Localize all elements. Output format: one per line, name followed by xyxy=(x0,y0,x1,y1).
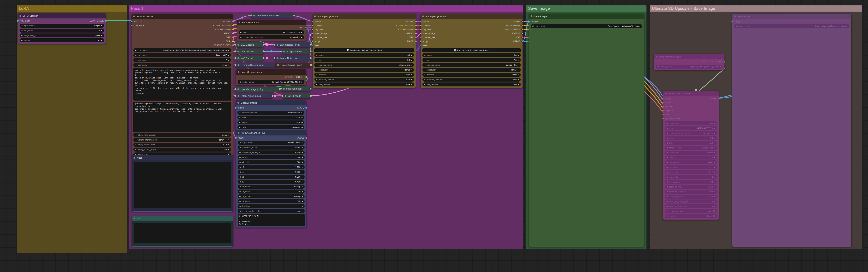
node-title-bar[interactable]: Efficient Loader xyxy=(131,14,233,19)
collapse-toggle-icon[interactable] xyxy=(238,95,239,97)
collapse-toggle-icon[interactable] xyxy=(423,15,424,18)
widget-seam_fix_mask_blur[interactable]: ◀seam_fix_mask_blur8▶ xyxy=(665,200,717,203)
increment-arrow-icon[interactable]: ▶ xyxy=(714,127,715,129)
input-slot-dot[interactable] xyxy=(731,21,733,22)
increment-arrow-icon[interactable]: ▶ xyxy=(302,171,303,173)
node-title-bar[interactable]: Save Image xyxy=(732,13,851,19)
collapsed-input-slot[interactable] xyxy=(235,95,236,97)
widget-seed[interactable]: ◀seed84229053589779▶ xyxy=(665,126,717,130)
node-title-bar[interactable]: FreeU (Advanced Plus) xyxy=(236,130,306,135)
widget-seam_fix_padding[interactable]: ◀seam_fix_padding16▶ xyxy=(665,204,717,208)
increment-arrow-icon[interactable]: ▶ xyxy=(714,191,715,193)
collapse-toggle-icon[interactable] xyxy=(283,50,285,53)
input-slot-dot[interactable] xyxy=(312,33,313,34)
input-slot-dot[interactable] xyxy=(420,37,422,38)
increment-arrow-icon[interactable]: ▶ xyxy=(518,79,519,80)
increment-arrow-icon[interactable]: ▶ xyxy=(714,186,715,188)
input-slot-dot[interactable] xyxy=(662,110,664,111)
widget-cfg[interactable]: ◀cfg7.0▶ xyxy=(423,58,521,62)
node-title-bar[interactable]: Load Upscale Model xyxy=(236,69,306,75)
node-vae-decode[interactable]: VAE Decode xyxy=(235,49,264,54)
decrement-arrow-icon[interactable]: ◀ xyxy=(239,205,241,207)
node-lora-stacker[interactable]: LoRA Stackerlora_stackLORA_STACK◀input_m… xyxy=(18,13,106,44)
widget-multiscale_strength[interactable]: ◀multiscale_strength0.500▶ xyxy=(238,150,305,155)
node-latent-noise-inject-1[interactable]: Latent Noise Injecti xyxy=(275,42,311,47)
input-slot-model[interactable]: model xyxy=(420,20,429,23)
widget-control_after_generate[interactable]: ◀control_after_generaterandomize▶ xyxy=(239,35,304,39)
widget-tile_padding[interactable]: ◀tile_padding32▶ xyxy=(665,180,717,184)
output-slot-UPSCALE_MODEL[interactable]: UPSCALE_MODEL xyxy=(703,60,725,63)
output-slot-CONDITIONING-[interactable]: CONDITIONING- xyxy=(503,28,523,31)
node-title-bar[interactable]: LoRA Stacker xyxy=(18,13,106,19)
decrement-arrow-icon[interactable]: ◀ xyxy=(239,122,240,123)
increment-arrow-icon[interactable]: ▶ xyxy=(411,54,412,56)
output-slot-dot[interactable] xyxy=(415,25,416,26)
input-slot-latent_image[interactable]: latent_image xyxy=(420,32,435,35)
increment-arrow-icon[interactable]: ▶ xyxy=(518,69,519,71)
collapse-toggle-icon[interactable] xyxy=(283,88,285,90)
collapse-toggle-icon[interactable] xyxy=(238,132,240,134)
collapse-toggle-icon[interactable] xyxy=(238,44,239,46)
collapsed-input-slot[interactable] xyxy=(235,50,236,52)
output-slot-dot[interactable] xyxy=(522,37,523,38)
textarea-widget[interactable] xyxy=(133,162,231,208)
node-title-bar[interactable]: KSampler (Efficient) xyxy=(421,14,523,19)
decrement-arrow-icon[interactable]: ◀ xyxy=(240,31,242,33)
decrement-arrow-icon[interactable]: ◀ xyxy=(666,201,668,202)
node-vae-encode-2[interactable]: VAE Encode xyxy=(235,56,264,61)
collapsed-output-slot[interactable] xyxy=(263,57,265,59)
collapse-toggle-icon[interactable] xyxy=(238,57,239,59)
output-slot-DEPENDENCIES[interactable]: DEPENDENCIES xyxy=(213,44,234,47)
increment-arrow-icon[interactable]: ▶ xyxy=(518,59,519,61)
collapse-toggle-icon[interactable] xyxy=(133,15,135,18)
decrement-arrow-icon[interactable]: ◀ xyxy=(316,79,317,80)
collapse-toggle-icon[interactable] xyxy=(314,15,316,18)
decrement-arrow-icon[interactable]: ◀ xyxy=(239,166,241,168)
decrement-arrow-icon[interactable]: ◀ xyxy=(239,127,240,128)
widget-sampler_name[interactable]: ◀sampler_namedpmpp_2m▶ xyxy=(665,146,717,150)
increment-arrow-icon[interactable]: ▶ xyxy=(714,171,715,173)
widget-vae_name[interactable]: ◀vae_nameBaked VAE▶ xyxy=(133,53,231,57)
node-save-image-2[interactable]: Save Imageimagesfilename_prefixDate_%dat… xyxy=(732,13,851,247)
input-slot-image[interactable]: image xyxy=(235,106,244,109)
input-slot-seed[interactable]: seed xyxy=(420,44,428,47)
increment-arrow-icon[interactable]: ▶ xyxy=(518,74,519,76)
node-noise-control-script[interactable]: Noise Control Script xyxy=(275,63,311,67)
increment-arrow-icon[interactable]: ▶ xyxy=(714,157,715,159)
widget-steps[interactable]: ◀steps30▶ xyxy=(423,53,521,57)
widget-seam_fix_denoise[interactable]: ◀seam_fix_denoise1.00▶ xyxy=(665,190,717,194)
input-slot-positive[interactable]: positive xyxy=(312,24,322,27)
input-slot-dot[interactable] xyxy=(312,37,313,38)
output-slot-VAE[interactable]: VAE xyxy=(516,36,523,39)
node-seed-generator[interactable]: Seed GeneratorINT◀seed991111483643129▶◀c… xyxy=(237,20,306,41)
widget-b1_mode[interactable]: ◀b1_modebislerp▶ xyxy=(238,185,305,189)
randomize-seed-button[interactable]: 🎲 Randomize / ♻ Last Queued Seed xyxy=(423,48,521,52)
widget-preview_method[interactable]: ◀preview_methodauto▶ xyxy=(423,77,521,81)
increment-arrow-icon[interactable]: ▶ xyxy=(714,142,715,144)
input-slot-images[interactable]: images xyxy=(528,20,538,23)
widget-lora_name[interactable]: ◀lora_nameNone▶ xyxy=(133,63,231,67)
toggle-widget-force_uniform_tiles[interactable]: force_uniform_tilestrue xyxy=(665,209,717,213)
collapsed-input-slot[interactable] xyxy=(274,57,275,59)
node-image-sharpen-1[interactable]: ImageSharpen xyxy=(281,49,311,54)
widget-threshold[interactable]: ◀threshold1▶ xyxy=(238,204,305,208)
increment-arrow-icon[interactable]: ▶ xyxy=(302,186,303,188)
increment-arrow-icon[interactable]: ▶ xyxy=(720,66,721,67)
increment-arrow-icon[interactable]: ▶ xyxy=(228,54,229,56)
input-slot-model[interactable]: model xyxy=(312,20,321,23)
node-title-bar[interactable]: Save Image xyxy=(529,13,644,19)
decrement-arrow-icon[interactable]: ◀ xyxy=(666,181,668,183)
increment-arrow-icon[interactable]: ▶ xyxy=(302,112,303,113)
input-slot-dot[interactable] xyxy=(420,25,422,26)
widget-lora_name_1[interactable]: ◀lora_name_1None▶ xyxy=(20,33,104,37)
widget-lora_count[interactable]: ◀lora_count1▶ xyxy=(20,29,104,33)
collapse-toggle-icon[interactable] xyxy=(133,217,135,219)
input-slot-script[interactable]: script xyxy=(312,40,320,43)
increment-arrow-icon[interactable]: ▶ xyxy=(228,64,229,66)
input-slot-dot[interactable] xyxy=(662,117,664,120)
increment-arrow-icon[interactable]: ▶ xyxy=(714,123,715,124)
widget-seed[interactable]: ◀seed991111483643129▶ xyxy=(239,30,304,34)
decrement-arrow-icon[interactable]: ◀ xyxy=(239,157,241,158)
output-slot-MODEL[interactable]: MODEL xyxy=(297,137,307,139)
collapsed-output-slot[interactable] xyxy=(310,50,311,52)
